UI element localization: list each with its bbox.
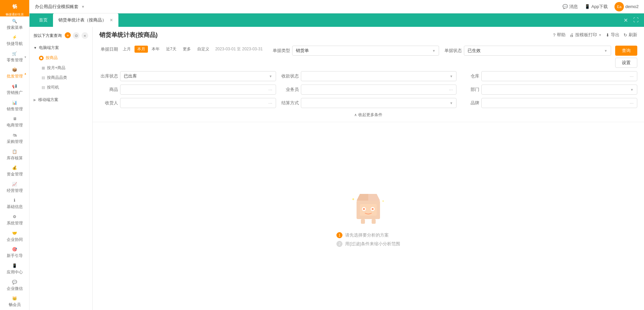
query-btn[interactable]: 查询 (615, 46, 637, 56)
export-btn[interactable]: ⬇ 导出 (606, 32, 620, 38)
sidebar-item-retail[interactable]: 🛒 零售管理 ▼ (0, 49, 30, 65)
empty-state: ✦ ✦ 1 请先选择要分析的方案 2 用[过滤]条件来缩小分析范围 (93, 122, 644, 310)
app-logo[interactable]: 畅 畅捷通好生意 (0, 0, 30, 16)
scheme-item-month-label: 按月+商品 (47, 65, 65, 71)
sidebar-item-guide-label: 新手引导 (7, 253, 23, 259)
receiver-label: 收货人 (99, 100, 118, 106)
title-actions: ? 帮助 🖨 按模板打印 ▼ ⬇ 导出 ↻ (553, 32, 637, 38)
tab-sales-report[interactable]: 销货单统计表（按商品） ✕ (53, 13, 118, 27)
out-status-select[interactable]: 已出库 ▼ (120, 71, 276, 81)
brand-dots-icon[interactable]: ··· (630, 100, 634, 106)
sidebar-item-quicknav[interactable]: ⚡ 快捷导航 (0, 33, 30, 49)
message-btn[interactable]: 💬 消息 (562, 4, 578, 10)
dept-select[interactable]: ▼ (481, 85, 637, 95)
guide-icon: 🎯 (12, 247, 17, 252)
sidebar-item-member[interactable]: 👑 畅会员 (0, 294, 30, 310)
member-icon: 👑 (12, 296, 17, 301)
settlement-select[interactable]: ▼ (301, 98, 457, 108)
salesman-dots-icon[interactable]: ··· (449, 87, 453, 92)
refresh-btn[interactable]: ↻ 刷新 (624, 32, 637, 38)
sidebar-item-ecommerce-label: 电商管理 (7, 122, 23, 128)
download-icon: 📱 (585, 4, 590, 9)
tab-fullscreen-btn[interactable]: ⛶ (632, 16, 640, 24)
app-download-btn[interactable]: 📱 App下载 (585, 4, 608, 10)
collapse-panel-btn[interactable]: « (82, 32, 88, 39)
sidebar-item-operation[interactable]: 📈 经营管理 (0, 179, 30, 196)
warehouse-input[interactable]: ··· (481, 71, 637, 81)
goods-dots-icon[interactable]: ··· (268, 87, 272, 92)
mobile-scheme-group: ▶ 移动端方案 (30, 94, 92, 106)
collapse-up-icon: ∧ (354, 113, 357, 117)
tab-home[interactable]: 首页 (34, 13, 53, 27)
edit-scheme-btn[interactable]: ⊙ (73, 32, 79, 39)
scheme-item-goods-category[interactable]: ▤ 按商品品类 (30, 73, 92, 83)
mobile-scheme-label: 移动端方案 (38, 97, 58, 103)
sidebar-item-system[interactable]: ⚙ 系统管理 (0, 212, 30, 228)
sidebar-item-basic[interactable]: ℹ 基础信息 (0, 196, 30, 212)
empty-illustration: ✦ ✦ (348, 186, 388, 227)
goods-input[interactable]: ··· (120, 85, 276, 95)
out-status-cell: 出库状态 已出库 ▼ (99, 71, 276, 81)
help-btn[interactable]: ? 帮助 (553, 32, 566, 38)
sidebar-item-ecommerce[interactable]: 🖥 电商管理 (0, 114, 30, 131)
settlement-arrow-icon: ▼ (449, 101, 453, 105)
warehouse-dots-icon[interactable]: ··· (630, 73, 634, 79)
mobile-scheme-group-title[interactable]: ▶ 移动端方案 (30, 95, 92, 105)
date-tab-last-month[interactable]: 上月 (120, 46, 133, 53)
doc-status-select[interactable]: 已生效 ▼ (464, 46, 611, 56)
payment-status-select[interactable]: ▼ (301, 71, 457, 81)
date-tab-this-month[interactable]: 本月 (135, 46, 148, 53)
sidebar-item-guide[interactable]: 🎯 新手引导 (0, 245, 30, 261)
sidebar-item-inventory[interactable]: 📋 库存核算 (0, 147, 30, 163)
sidebar-item-search[interactable]: 🔍 搜索菜单 (0, 16, 30, 33)
category-icon: ▤ (42, 75, 45, 80)
add-scheme-btn[interactable]: + (65, 32, 71, 38)
pc-scheme-group-title[interactable]: ▼ 电脑端方案 (30, 43, 92, 53)
marketing-icon: 📢 (12, 84, 17, 89)
date-tab-7days[interactable]: 近7天 (163, 46, 179, 53)
user-profile[interactable]: Ea demo2 (614, 2, 639, 11)
sidebar-item-marketing[interactable]: 📢 营销推广 (0, 82, 30, 98)
panel-actions: + ⊙ « (65, 32, 88, 39)
sidebar-item-finance[interactable]: 💰 资金管理 (0, 163, 30, 179)
scheme-item-driver[interactable]: ▤ 按司机 (30, 83, 92, 92)
sidebar-item-wholesale[interactable]: 📦 批发管理 ▲ (0, 65, 30, 82)
scheme-item-month-goods[interactable]: ▦ 按月+商品 (30, 63, 92, 73)
action-buttons: 查询 设置 (615, 46, 637, 68)
sidebar-item-appstore[interactable]: 📱 应用中心 (0, 261, 30, 277)
page-container: 按以下方案查询 + ⊙ « ▼ 电脑端方案 (30, 27, 644, 310)
sidebar-item-sales[interactable]: 📊 销售管理 (0, 98, 30, 114)
left-panel-header: 按以下方案查询 + ⊙ « (30, 31, 92, 42)
doc-type-select[interactable]: 销货单 ▼ (292, 46, 439, 56)
sidebar-item-wechat[interactable]: 💬 企业微信 (0, 277, 30, 294)
settings-btn[interactable]: 设置 (615, 58, 637, 68)
receiver-dots-icon[interactable]: ··· (268, 100, 272, 106)
finance-icon: 💰 (12, 165, 17, 170)
message-label: 消息 (569, 4, 578, 10)
sidebar-item-finance-label: 资金管理 (7, 171, 23, 177)
brand-input[interactable]: ··· (481, 98, 637, 108)
refresh-label: 刷新 (629, 32, 637, 38)
sidebar-item-basic-label: 基础信息 (7, 204, 23, 210)
collapse-row: ∧ 收起更多条件 (99, 109, 637, 118)
message-icon: 💬 (562, 4, 568, 9)
print-btn[interactable]: 🖨 按模板打印 ▼ (570, 32, 602, 38)
receiver-input[interactable]: ··· (120, 98, 276, 108)
collapse-filters-btn[interactable]: ∧ 收起更多条件 (354, 112, 382, 118)
warehouse-cell: 仓库 ··· (461, 71, 637, 81)
sidebar-item-purchase[interactable]: 🛍 采购管理 (0, 131, 30, 147)
date-tab-more[interactable]: 更多 (180, 46, 194, 53)
avatar: Ea (614, 2, 624, 11)
tab-close-all-btn[interactable]: ✕ (622, 16, 629, 25)
scheme-item-by-goods[interactable]: 按商品 (30, 53, 92, 63)
date-tab-this-year[interactable]: 本年 (149, 46, 162, 53)
sidebar-item-inventory-label: 库存核算 (7, 155, 23, 161)
salesman-input[interactable]: ··· (301, 85, 457, 95)
doc-type-value: 销货单 (296, 48, 309, 54)
tab-close-icon[interactable]: ✕ (110, 18, 113, 22)
date-tab-custom[interactable]: 自定义 (195, 46, 212, 53)
sidebar-item-collab[interactable]: 🤝 企业协同 (0, 228, 30, 245)
svg-point-7 (363, 208, 365, 210)
doc-type-cell: 单据类型 销货单 ▼ (271, 46, 439, 56)
workspace-selector[interactable]: 办公用品行业模拟账套 ▼ (35, 4, 85, 10)
